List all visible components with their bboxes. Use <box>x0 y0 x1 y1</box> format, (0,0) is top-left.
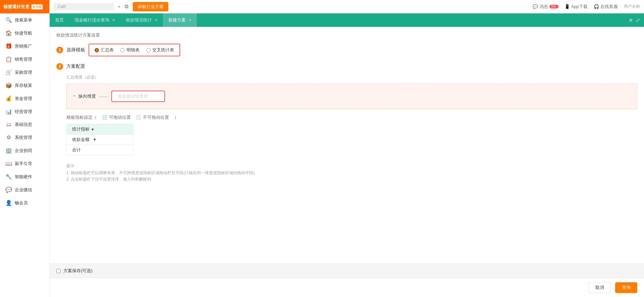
required-mark: * <box>73 94 75 99</box>
draggable-label: 可拖动位置 <box>109 114 131 120</box>
content-inner: 收款情况统计方案设置 1 选择模板 汇总表 明细表 <box>50 27 644 263</box>
tab-new-plan-close-icon[interactable]: ✕ <box>189 18 192 22</box>
metrics-header-label: 统计指标 <box>72 126 90 132</box>
service-button[interactable]: 🎧 在线客服 <box>594 4 618 10</box>
radio-summary-label: 汇总表 <box>101 47 114 53</box>
step1-header: 1 选择模板 汇总表 明细表 交叉统计表 <box>56 44 637 56</box>
sidebar-label: 搜索菜单 <box>15 17 32 23</box>
sidebar-label: 企业微信 <box>15 187 32 193</box>
tab-collection-stat[interactable]: 收款情况统计 ✕ <box>120 13 163 27</box>
save-checkbox[interactable] <box>56 269 61 273</box>
fixed-indicator <box>136 115 141 120</box>
tips-item-2: 2. 点击标题栏下拉可设置排序、插入列和删除列 <box>66 177 637 182</box>
radio-detail-label: 明细表 <box>126 47 140 53</box>
tips-item-1: 1. 拖动标题栏可以调整布局，不可跨维度或指标区域拖动栏目字段(只能在同一维度或… <box>66 170 637 176</box>
radio-detail-input[interactable] <box>120 48 125 52</box>
gift-icon: 🎁 <box>5 43 12 49</box>
page-title: 收款情况统计方案设置 <box>56 32 637 38</box>
dropdown-arrow-icon[interactable]: ▾ <box>118 4 120 9</box>
folder-icon: 🗂 <box>5 121 12 128</box>
trial-button[interactable]: 体验行业方案 <box>133 2 168 11</box>
tab-bank-flow-label: 现金银行流水查询 <box>74 17 109 23</box>
service-label: 在线客服 <box>600 4 618 10</box>
draggable-legend: 可拖动位置 <box>102 114 131 120</box>
sidebar-item-member[interactable]: 👤 畅会员 <box>0 196 49 209</box>
sidebar-item-marketing[interactable]: 🎁 营销推广 <box>0 40 49 53</box>
tab-new-plan[interactable]: 新建方案 ✕ <box>163 13 197 27</box>
metrics-dropdown-icon[interactable]: ▾ <box>92 127 94 132</box>
sidebar-item-finance[interactable]: 💰 资金管理 <box>0 92 49 105</box>
footer: 方案保存(可选) <box>50 263 644 278</box>
download-label: App下载 <box>571 4 588 10</box>
sidebar-item-weixin[interactable]: 💬 企业微信 <box>0 183 49 196</box>
metrics-table-header[interactable]: 统计指标 ▾ <box>67 124 133 134</box>
query-button[interactable]: 查询 <box>615 282 637 293</box>
radio-summary[interactable]: 汇总表 <box>95 47 114 53</box>
message-label: 消息 <box>539 4 548 10</box>
sidebar: 畅捷通好生意 标准版 🔍 搜索菜单 🏠 快捷导航 🎁 营销推广 📋 销售管理 🛒… <box>0 0 50 297</box>
dimension-select[interactable]: 请选择分组维度 <box>111 91 165 102</box>
sidebar-label: 智能硬件 <box>15 174 32 180</box>
step1-section: 1 选择模板 汇总表 明细表 交叉统计表 <box>56 44 637 56</box>
metrics-total-label: 合计 <box>72 147 81 152</box>
tips-title: 提示： <box>66 163 637 169</box>
sidebar-label: 快捷导航 <box>15 30 32 36</box>
header-search[interactable]: CaR <box>54 3 114 10</box>
dimension-area: * 纵向维度 —— 请选择分组维度 <box>66 84 637 109</box>
sidebar-item-inventory[interactable]: 📦 库存核算 <box>0 79 49 92</box>
message-badge: 99+ <box>549 5 558 8</box>
building-icon: 🏢 <box>5 147 12 154</box>
radio-cross-input[interactable] <box>146 48 151 52</box>
sidebar-item-enterprise[interactable]: 🏢 企业协同 <box>0 144 49 157</box>
dimension-row-label: 纵向维度 <box>78 93 96 99</box>
money-icon: 💰 <box>5 95 12 102</box>
bottom-bar: 取消 查询 <box>50 278 644 297</box>
sidebar-item-quick-nav[interactable]: 🏠 快捷导航 <box>0 27 49 40</box>
sidebar-item-purchase[interactable]: 🛒 采购管理 <box>0 66 49 79</box>
sidebar-label: 营销推广 <box>15 43 32 49</box>
tab-bank-flow-close-icon[interactable]: ✕ <box>112 18 115 22</box>
window-expand-icon[interactable]: ⤢ <box>636 17 640 23</box>
metrics-row-amount[interactable]: 收款金额 ▾ <box>67 134 133 145</box>
sidebar-item-smart-hardware[interactable]: 🔧 智能硬件 <box>0 170 49 183</box>
sidebar-item-system[interactable]: ⚙ 系统管理 <box>0 131 49 144</box>
metrics-amount-label: 收款金额 <box>72 137 90 142</box>
radio-cross[interactable]: 交叉统计表 <box>146 47 174 53</box>
tab-home[interactable]: 首页 <box>50 13 69 27</box>
sidebar-label: 经营管理 <box>15 109 32 115</box>
draggable-indicator <box>102 115 107 120</box>
sidebar-item-sales[interactable]: 📋 销售管理 <box>0 53 49 66</box>
search-menu-icon: 🔍 <box>5 17 12 23</box>
sidebar-item-operation[interactable]: 📊 经营管理 <box>0 105 49 118</box>
radio-summary-input[interactable] <box>95 48 99 52</box>
download-button[interactable]: 📱 App下载 <box>565 4 588 10</box>
config-section: 汇总维度（必选） * 纵向维度 —— 请选择分组维度 模板指标设定（ 可拖动位置 <box>56 75 637 182</box>
metrics-amount-dropdown-icon[interactable]: ▾ <box>94 137 96 142</box>
sidebar-item-search-menu[interactable]: 🔍 搜索菜单 <box>0 13 49 27</box>
sidebar-label: 系统管理 <box>15 135 32 141</box>
settings-icon[interactable]: ⚙ <box>124 3 129 10</box>
message-button[interactable]: 💬 消息 99+ <box>533 4 558 10</box>
gear-icon: ⚙ <box>5 134 12 141</box>
cart-icon: 🛒 <box>5 69 12 76</box>
tab-home-label: 首页 <box>55 17 64 23</box>
header-right: 💬 消息 99+ 📱 App下载 🎧 在线客服 用户名称 <box>533 4 640 10</box>
tab-collection-stat-label: 收款情况统计 <box>126 17 152 23</box>
window-close-icon[interactable]: ✕ <box>629 17 633 23</box>
radio-detail[interactable]: 明细表 <box>120 47 140 53</box>
sidebar-item-guide[interactable]: 📖 新手引导 <box>0 157 49 170</box>
download-icon: 📱 <box>565 4 570 9</box>
sidebar-label: 销售管理 <box>15 56 32 62</box>
cancel-button[interactable]: 取消 <box>588 282 611 293</box>
message-icon: 💬 <box>533 4 538 9</box>
tab-collection-stat-close-icon[interactable]: ✕ <box>155 18 158 22</box>
home-icon: 🏠 <box>5 30 12 36</box>
sidebar-item-basic-info[interactable]: 🗂 基础信息 <box>0 118 49 131</box>
tab-bank-flow[interactable]: 现金银行流水查询 ✕ <box>69 13 120 27</box>
username: 用户名称 <box>624 4 640 9</box>
dimension-section-title: 汇总维度（必选） <box>66 75 637 80</box>
step1-number: 1 <box>56 47 63 53</box>
logo-text: 畅捷通好生意 <box>3 4 30 10</box>
sidebar-label: 企业协同 <box>15 148 32 154</box>
metrics-title-suffix: ） <box>174 114 179 120</box>
